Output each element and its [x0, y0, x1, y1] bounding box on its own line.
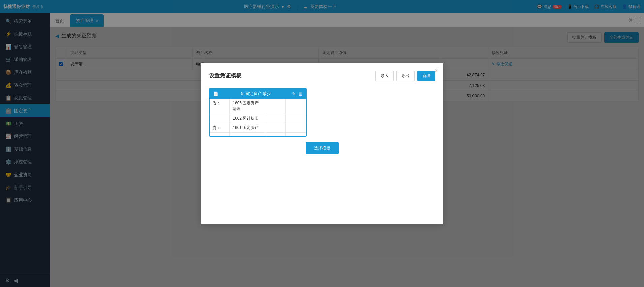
template-row-4 — [210, 133, 306, 136]
template-edit-btn[interactable]: ✎ — [292, 91, 296, 96]
template-doc-icon: 📄 — [213, 91, 218, 96]
template-cell-col3-3 — [265, 123, 286, 132]
template-cell-code-2: 1602 累计折旧 — [230, 114, 265, 123]
template-cell-code-1: 1606 固定资产清理 — [230, 99, 265, 114]
select-template-btn[interactable]: 选择模板 — [306, 142, 339, 154]
modal-header: 设置凭证模板 导入 导出 新增 × — [209, 71, 435, 81]
template-cell-side-1: 借： — [210, 99, 230, 114]
template-cell-col3-4 — [265, 133, 286, 136]
template-card: 📄 5-固定资产减少 ✎ 🗑 借： 1606 固定资产清理 1602 累计折旧 — [209, 88, 307, 137]
template-cell-col4-2 — [286, 114, 306, 123]
import-btn[interactable]: 导入 — [375, 71, 394, 81]
template-row-3: 贷： 1601 固定资产 — [210, 123, 306, 133]
template-card-header: 📄 5-固定资产减少 ✎ 🗑 — [210, 89, 306, 99]
template-cell-col4-3 — [286, 123, 306, 132]
modal-set-template: 设置凭证模板 导入 导出 新增 × 📄 5-固定资产减少 ✎ 🗑 借： — [201, 63, 443, 224]
new-template-btn[interactable]: 新增 — [417, 71, 435, 81]
template-cell-col3-2 — [265, 114, 286, 123]
template-cell-side-4 — [210, 133, 230, 136]
template-cell-code-3: 1601 固定资产 — [230, 123, 265, 132]
modal-overlay: 设置凭证模板 导入 导出 新增 × 📄 5-固定资产减少 ✎ 🗑 借： — [0, 0, 644, 287]
modal-title: 设置凭证模板 — [209, 72, 241, 79]
template-cell-side-3: 贷： — [210, 123, 230, 132]
template-cell-col4-4 — [286, 133, 306, 136]
template-card-header-actions: ✎ 🗑 — [292, 91, 303, 96]
template-cell-col3-1 — [265, 99, 286, 114]
template-cell-col4-1 — [286, 99, 306, 114]
select-template-area: 选择模板 — [209, 142, 435, 154]
template-cell-code-4 — [230, 133, 265, 136]
export-btn[interactable]: 导出 — [396, 71, 415, 81]
template-title: 5-固定资产减少 — [241, 91, 271, 97]
template-cell-side-2 — [210, 114, 230, 123]
template-row-2: 1602 累计折旧 — [210, 114, 306, 123]
template-card-body: 借： 1606 固定资产清理 1602 累计折旧 贷： 1601 固定资产 — [210, 99, 306, 136]
modal-actions: 导入 导出 新增 — [375, 71, 435, 81]
modal-close-btn[interactable]: × — [434, 67, 438, 74]
template-delete-btn[interactable]: 🗑 — [298, 91, 303, 96]
template-row-1: 借： 1606 固定资产清理 — [210, 99, 306, 114]
